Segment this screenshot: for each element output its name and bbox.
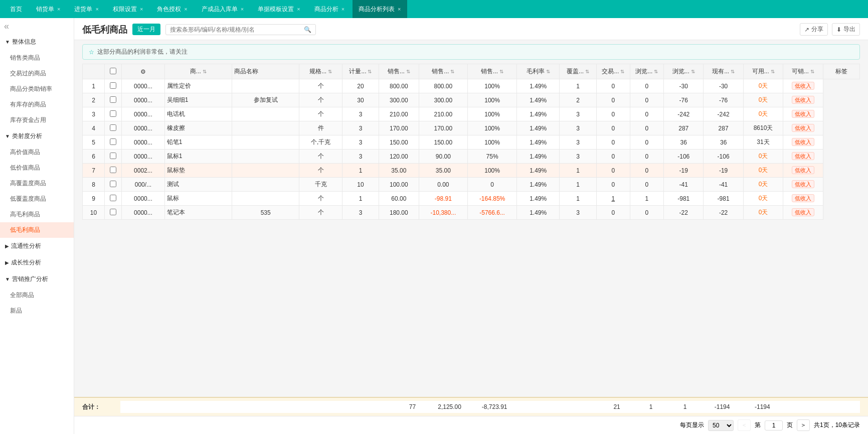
row-checkbox[interactable] (110, 110, 116, 117)
row-checkbox[interactable] (110, 209, 116, 215)
nav-close-role[interactable]: × (184, 6, 187, 12)
row-cover-rate: 1.49% (516, 79, 560, 93)
sidebar-item-category-rate[interactable]: 商品分类助销率 (0, 81, 74, 97)
row-sales-qty: 3 (342, 107, 379, 121)
th-browse1[interactable]: 浏览...⇅ (630, 64, 663, 79)
sidebar-group-growth[interactable]: ▶ 成长性分析 (0, 254, 74, 271)
date-filter-button[interactable]: 近一月 (132, 24, 160, 35)
row-checkbox[interactable] (110, 138, 116, 145)
row-checkbox[interactable] (110, 82, 116, 89)
next-page-button[interactable]: ＞ (797, 419, 810, 431)
th-name[interactable]: 商品名称 (232, 64, 299, 79)
th-sales-amt[interactable]: 销售...⇅ (468, 64, 517, 79)
table-row: 8000/...测试千克10100.000.0001.49%100-41-410… (83, 178, 860, 192)
sidebar-collapse-btn[interactable]: « (4, 21, 9, 32)
nav-close-purchase[interactable]: × (95, 6, 98, 12)
nav-item-goods-analysis-list[interactable]: 商品分析列表× (353, 0, 407, 18)
row-checkbox[interactable] (110, 96, 116, 103)
th-sales-qty[interactable]: 销售...⇅ (379, 64, 419, 79)
nav-item-role[interactable]: 角色授权× (151, 0, 193, 18)
row-saleable: 0天 (743, 93, 783, 107)
nav-close-permission[interactable]: × (140, 6, 143, 12)
nav-item-permission[interactable]: 权限设置× (107, 0, 149, 18)
nav-close-template[interactable]: × (297, 6, 300, 12)
row-gross-rate: 100% (468, 93, 517, 107)
nav-item-home[interactable]: 首页 (4, 0, 28, 18)
th-spec[interactable]: 规格...⇅ (299, 64, 342, 79)
row-checkbox[interactable] (110, 124, 116, 131)
search-icon[interactable]: 🔍 (304, 26, 311, 33)
row-browse1: 0 (596, 93, 630, 107)
th-cover-rate[interactable]: 覆盖...⇅ (560, 64, 596, 79)
sidebar-item-high-profit[interactable]: 高毛利商品 (0, 207, 74, 222)
row-spec (232, 150, 299, 164)
nav-item-sales[interactable]: 销货单× (30, 0, 66, 18)
row-checkbox[interactable] (110, 153, 116, 159)
tag-badge: 低收入 (792, 110, 814, 118)
notice-bar: ☆ 这部分商品的利润非常低，请关注 (82, 44, 860, 60)
sidebar-item-high-value[interactable]: 高价值商品 (0, 144, 74, 160)
sidebar-item-low-profit[interactable]: 低毛利商品 (0, 222, 74, 238)
sidebar-item-low-value[interactable]: 低价值商品 (0, 160, 74, 176)
th-trade[interactable]: 交易...⇅ (596, 64, 630, 79)
sidebar-item-new-goods[interactable]: 新品 (0, 303, 74, 319)
row-saleable: 0天 (743, 206, 783, 220)
row-sales-price: 100.00 (379, 178, 419, 192)
sidebar-item-traded-goods[interactable]: 交易过的商品 (0, 66, 74, 81)
row-checkbox[interactable] (110, 195, 116, 201)
sidebar-group-circulation[interactable]: ▶ 流通性分析 (0, 238, 74, 254)
export-button[interactable]: ⬇ 导出 (832, 23, 860, 36)
sidebar-group-dimension[interactable]: ▼ 类射度分析 (0, 128, 74, 144)
nav-item-purchase[interactable]: 进货单× (68, 0, 104, 18)
sidebar-group-overall-arrow: ▼ (5, 39, 10, 45)
sidebar-group-overall[interactable]: ▼ 整体信息 (0, 34, 74, 50)
row-spec: 535 (232, 206, 299, 220)
row-unit: 个 (299, 150, 342, 164)
th-saleable[interactable]: 可销...⇅ (783, 64, 823, 79)
sidebar-group-marketing[interactable]: ▼ 营销推广分析 (0, 271, 74, 287)
nav-item-template[interactable]: 单据模板设置× (252, 0, 306, 18)
table-row: 10000...属性定价个20800.00800.00100%1.49%100-… (83, 79, 860, 93)
th-settings[interactable]: ⚙ (122, 64, 165, 79)
sidebar-item-sales-goods[interactable]: 销售类商品 (0, 50, 74, 66)
row-checkbox[interactable] (110, 181, 116, 187)
th-browse2[interactable]: 浏览...⇅ (664, 64, 704, 79)
row-sales-price: 210.00 (379, 107, 419, 121)
select-all-checkbox[interactable] (110, 68, 116, 74)
th-code[interactable]: 商...⇅ (164, 64, 232, 79)
th-cur-stock[interactable]: 现有...⇅ (704, 64, 743, 79)
row-browse1[interactable]: 1 (596, 192, 630, 206)
sidebar-item-all-goods[interactable]: 全部商品 (0, 287, 74, 303)
nav-close-goods-analysis-list[interactable]: × (398, 6, 401, 12)
nav-close-sales[interactable]: × (57, 6, 60, 12)
share-button[interactable]: ↗ 分享 (800, 23, 828, 36)
page-input[interactable] (765, 420, 783, 430)
search-input[interactable] (170, 26, 304, 33)
notice-text: 这部分商品的利润非常低，请关注 (97, 48, 188, 56)
th-gross-rate[interactable]: 毛利率⇅ (516, 64, 560, 79)
sidebar-group-growth-arrow: ▶ (5, 260, 9, 265)
nav-item-product-in[interactable]: 产成品入库单× (196, 0, 250, 18)
row-browse2: 0 (630, 164, 663, 178)
row-saleable: 0天 (743, 107, 783, 121)
sidebar-item-low-coverage[interactable]: 低覆盖度商品 (0, 191, 74, 207)
row-checkbox[interactable] (110, 167, 116, 173)
nav-item-goods-analysis[interactable]: 商品分析× (308, 0, 351, 18)
row-cur-stock: -981 (664, 192, 704, 206)
sidebar-item-in-stock-goods[interactable]: 有库存的商品 (0, 97, 74, 112)
prev-page-button[interactable]: ＜ (738, 419, 751, 431)
per-page-select[interactable]: 50 100 200 (708, 420, 734, 431)
table-row: 90000...鼠标个160.00-98.91-164.85%1.49%111-… (83, 192, 860, 206)
sidebar-item-stock-capital[interactable]: 库存资金占用 (0, 112, 74, 128)
sidebar-item-high-coverage[interactable]: 高覆盖度商品 (0, 176, 74, 191)
th-unit[interactable]: 计量...⇅ (342, 64, 379, 79)
row-num: 4 (83, 121, 105, 135)
th-sales-price[interactable]: 销售...⇅ (419, 64, 468, 79)
row-cb-cell (104, 164, 121, 178)
th-avail[interactable]: 可用...⇅ (743, 64, 783, 79)
row-tag: 低收入 (783, 135, 823, 150)
row-cb-cell (104, 79, 121, 93)
row-num: 8 (83, 178, 105, 192)
nav-close-goods-analysis[interactable]: × (341, 6, 344, 12)
nav-close-product-in[interactable]: × (241, 6, 244, 12)
